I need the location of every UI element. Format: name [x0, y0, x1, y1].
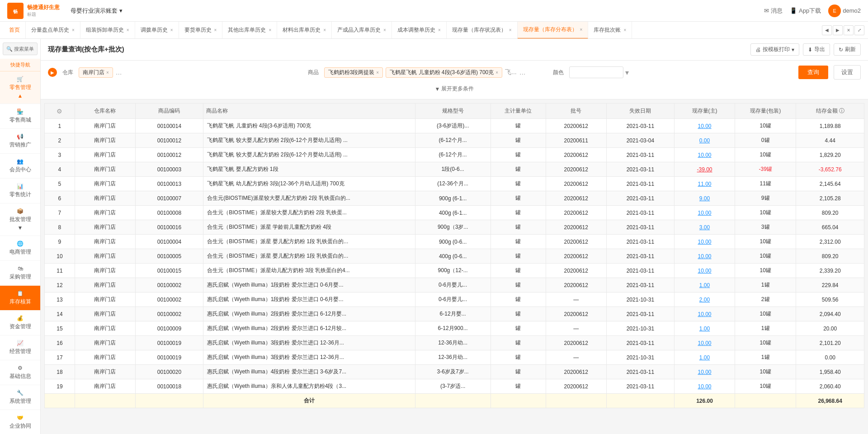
sidebar-item-wholesale-label: 批发管理: [9, 216, 31, 223]
goods-tag-2-close[interactable]: ×: [495, 70, 498, 75]
cell-warehouse-13: 南岸门店: [75, 307, 135, 321]
expand-more-btn[interactable]: ▼ 展开更多条件: [435, 85, 474, 93]
tab-prev-btn[interactable]: ◀: [822, 25, 832, 35]
sidebar-item-base[interactable]: ⚙ 基础信息: [0, 360, 40, 385]
tab-xian1[interactable]: 现存量（库存状况表） ×: [447, 22, 518, 39]
cell-spec-0: (3-6岁适用)...: [415, 119, 491, 133]
refresh-btn[interactable]: ↻ 刷新: [834, 43, 861, 56]
close-tab-other[interactable]: ×: [269, 28, 271, 33]
export-btn[interactable]: ⬇ 导出: [803, 43, 830, 56]
data-table: ⚙ 仓库名称 商品编码 商品名称 规格型号 主计量单位 批号 失效日期 现存量(…: [44, 103, 864, 408]
cell-expire-5: 2021-03-11: [606, 191, 675, 206]
close-tab-xian1[interactable]: ×: [509, 28, 512, 33]
warehouse-tag-close[interactable]: ×: [106, 70, 109, 75]
cell-amount-8: 2,312.00: [796, 235, 864, 249]
tab-home[interactable]: 首页: [4, 22, 26, 39]
tab-bulk[interactable]: 库存批次账 ×: [588, 22, 632, 39]
toggle-expand-btn[interactable]: ▶: [48, 68, 57, 77]
close-tab-tiao[interactable]: ×: [170, 28, 173, 33]
tab-tiao[interactable]: 调拨单历史 ×: [135, 22, 179, 39]
quick-nav-label: 快捷导航: [10, 62, 30, 67]
cell-batch-5: 20200612: [546, 191, 606, 206]
table-row: 16 南岸门店 00100019 惠氏启赋（Wyeth illuma）3段奶粉 …: [45, 336, 864, 350]
goods-tag-1-close[interactable]: ×: [376, 70, 379, 75]
close-tab-bulk[interactable]: ×: [623, 28, 626, 33]
warehouse-more[interactable]: …: [116, 69, 122, 76]
cell-name-17: 惠氏启赋（Wyeth illuma）4段奶粉 爱尔兰进口 3-6岁及7...: [203, 365, 415, 379]
message-icon: ✉: [764, 7, 769, 14]
table-row: 8 南岸门店 00100016 合生元（BIOSTIME）派星 学龄前儿童配方奶…: [45, 220, 864, 235]
cell-num-14: 15: [45, 321, 75, 336]
close-tab-material[interactable]: ×: [323, 28, 326, 33]
tab-material[interactable]: 材料出库单历史 ×: [277, 22, 332, 39]
user-area[interactable]: E demo2: [828, 5, 861, 17]
sidebar-item-retail[interactable]: 🛒 零售管理 ▲: [0, 71, 40, 104]
th-spec: 规格型号: [415, 104, 491, 119]
account-selector[interactable]: 母婴行业演示账套 ▾: [71, 7, 123, 15]
sidebar-item-purchase[interactable]: 🛍 采购管理: [0, 261, 40, 286]
sidebar-item-ops[interactable]: 📈 经营管理: [0, 335, 40, 360]
cell-name-12: 惠氏启赋（Wyeth illuma）1段奶粉 爱尔兰进口 0-6月婴...: [203, 292, 415, 307]
close-tab-fen[interactable]: ×: [72, 28, 75, 33]
goods-more-dots[interactable]: …: [519, 69, 526, 76]
sidebar-item-collab[interactable]: 🤝 企业协同: [0, 410, 40, 434]
quick-nav-btn[interactable]: 快捷导航: [0, 59, 40, 71]
tab-other[interactable]: 其他出库单历史 ×: [222, 22, 277, 39]
close-tab-xian2[interactable]: ×: [580, 27, 583, 32]
sidebar-item-marketing[interactable]: 📢 营销推广: [0, 129, 40, 154]
export-icon: ⬇: [808, 47, 812, 53]
cell-num-5: 6: [45, 191, 75, 206]
cell-qty-10: 10.00: [675, 264, 735, 278]
tab-close-all-btn[interactable]: ×: [844, 25, 854, 35]
cell-sku-2: 00100012: [135, 148, 203, 162]
top-actions: ✉ 消息 📱 App下载 E demo2: [764, 5, 861, 17]
content-area: 现存量查询(按仓库+批次) 🖨 按模板打印 ▾ ⬇ 导出 ↻ 刷新: [41, 39, 868, 434]
color-input[interactable]: [569, 66, 623, 78]
sidebar-item-ecom[interactable]: 🌐 电商管理: [0, 236, 40, 261]
sidebar-item-inventory[interactable]: 📋 库存核算: [0, 286, 40, 311]
sidebar-item-inventory-label: 库存核算: [9, 298, 31, 306]
settings-btn[interactable]: 设置: [834, 65, 861, 80]
th-pkg: 现存量(包装): [735, 104, 796, 119]
sidebar-item-shop[interactable]: 🏪 零售商城: [0, 104, 40, 129]
expand-down-icon: ▼: [435, 86, 440, 92]
tab-maximize-btn[interactable]: ⤢: [854, 25, 864, 35]
app-download-btn[interactable]: 📱 App下载: [790, 7, 821, 15]
tab-product[interactable]: 产成品入库单历史 ×: [332, 22, 392, 39]
sidebar-item-wholesale[interactable]: 📦 批发管理 ▼: [0, 203, 40, 236]
message-btn[interactable]: ✉ 消息: [764, 7, 783, 15]
table-settings-icon[interactable]: ⚙: [57, 108, 62, 115]
color-dropdown-icon[interactable]: ▾: [625, 68, 629, 77]
template-print-label: 按模板打印: [763, 46, 790, 53]
close-tab-yao[interactable]: ×: [214, 28, 217, 33]
cell-amount-10: 2,339.20: [796, 264, 864, 278]
cell-amount-7: 665.04: [796, 220, 864, 235]
warehouse-filter-label: 仓库: [62, 69, 73, 76]
sidebar-item-system[interactable]: 🔧 系统管理: [0, 385, 40, 410]
close-tab-zu[interactable]: ×: [127, 28, 129, 33]
tab-next-btn[interactable]: ▶: [833, 25, 843, 35]
th-qty: 现存量(主): [675, 104, 735, 119]
close-tab-product[interactable]: ×: [383, 28, 386, 33]
tab-cost[interactable]: 成本调整单历史 ×: [392, 22, 447, 39]
search-menu-btn[interactable]: 🔍 搜索菜单: [3, 42, 38, 55]
tab-fen[interactable]: 分量盘点单历史 ×: [26, 22, 80, 39]
sidebar-item-finance[interactable]: 💰 资金管理: [0, 311, 40, 335]
query-btn[interactable]: 查询: [798, 66, 828, 79]
cell-qty-1: 0.00: [675, 133, 735, 148]
tab-xian2[interactable]: 现存量（库存分布表） ×: [518, 22, 589, 39]
table-row: 9 南岸门店 00100004 合生元（BIOSTIME）派星 婴儿配方奶粉 1…: [45, 235, 864, 249]
total-empty-6: [546, 394, 606, 408]
template-print-btn[interactable]: 🖨 按模板打印 ▾: [750, 43, 799, 56]
cell-pkg-5: 9罐: [735, 191, 796, 206]
close-tab-cost[interactable]: ×: [438, 28, 441, 33]
cell-spec-16: 12-36月幼...: [415, 350, 491, 365]
cell-warehouse-16: 南岸门店: [75, 350, 135, 365]
table-header: ⚙ 仓库名称 商品编码 商品名称 规格型号 主计量单位 批号 失效日期 现存量(…: [45, 104, 864, 119]
sidebar-item-member[interactable]: 👥 会员中心: [0, 154, 40, 179]
tab-yao[interactable]: 要货单历史 ×: [179, 22, 223, 39]
tab-zu[interactable]: 组装拆卸单历史 ×: [80, 22, 135, 39]
sidebar-item-stats[interactable]: 📊 零售统计: [0, 179, 40, 203]
cell-unit-4: 罐: [491, 177, 546, 191]
table-row: 18 南岸门店 00100020 惠氏启赋（Wyeth illuma）4段奶粉 …: [45, 365, 864, 379]
